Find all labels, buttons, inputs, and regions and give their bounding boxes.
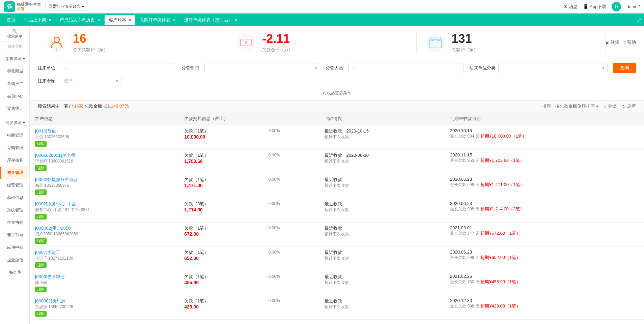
tab-goods-offline[interactable]: 商品上下架 × — [20, 15, 55, 25]
sidebar-item-retail-mgmt[interactable]: 零售管理 ▾ — [0, 53, 29, 65]
sidebar-item-basic-info[interactable]: 基础信息 — [0, 192, 29, 204]
customer-code-link[interactable]: [0016]吕俊 — [35, 128, 173, 134]
overdue-amount-link[interactable]: 超期¥1,471.00（1笔） — [480, 182, 524, 187]
sidebar-item-retail-stats[interactable]: 零售统计 — [0, 102, 29, 115]
customer-code-link[interactable]: [0003]畅捷服务尹海蓝 — [35, 177, 173, 183]
debt-count: 欠款（1笔） — [184, 128, 254, 134]
customer-code-link[interactable]: [000002]用户2050 — [35, 225, 173, 231]
video-btn[interactable]: ▶ 视频 — [606, 39, 619, 46]
tab-purchase-summary[interactable]: 采购订单统计表 × — [136, 15, 179, 25]
user-name[interactable]: demo2 — [626, 4, 640, 9]
sidebar-item-enterprise[interactable]: 企业协同 — [0, 216, 29, 229]
table-row: [0001020001]李老师 李老师 18600391516 现销 欠款（1笔… — [30, 150, 644, 174]
person-label: 分管人员 — [326, 65, 346, 71]
overdue-amount-link[interactable]: 超期¥429.00（1笔） — [480, 303, 521, 308]
overdue-amount-link[interactable]: 超期¥10,000.00（1笔） — [480, 134, 527, 139]
sidebar-search-label: 搜索菜单 — [2, 34, 27, 39]
user-avatar[interactable]: D — [612, 2, 621, 11]
table-row: [0016]吕俊 吕俊 13026203696 现销 欠款（1笔） 10,000… — [30, 125, 644, 150]
customer-code-link[interactable]: [0006]去下粮仓 — [35, 274, 173, 280]
sidebar-item-batch-mgmt[interactable]: 批发管理 ▾ — [0, 117, 29, 129]
customer-code-link[interactable]: [0007]小进千 — [35, 249, 173, 256]
tab-home[interactable]: 首页 — [3, 15, 20, 25]
tab-goods-close[interactable]: × — [49, 18, 51, 22]
cell-customer-info: [000002]用户2050 用户2050 18665062050 现销 — [30, 223, 179, 247]
overdue-days: 最长欠款 747 天 超期¥672.00（1笔） — [450, 230, 639, 236]
sidebar-item-wechat[interactable]: 企业微信 — [0, 254, 29, 266]
debt-count: 欠款（1笔） — [184, 298, 254, 304]
tab-customer-account[interactable]: 客户账本 × — [105, 15, 135, 25]
overdue-amount-link[interactable]: 超期¥672.00（1笔） — [480, 231, 521, 236]
sort-select[interactable]: 排序：按欠款金额倒序排序 ▾ — [542, 103, 598, 109]
tab-product-close[interactable]: × — [97, 18, 100, 22]
refresh-btn[interactable]: ↻ 刷新 — [622, 103, 636, 109]
next-collect: 预计下次收款 — [325, 207, 440, 213]
sidebar-search[interactable]: 🔍 搜索菜单 — [0, 26, 29, 42]
sidebar-item-ops[interactable]: 经营管理 — [0, 179, 29, 192]
overdue-amount-link[interactable]: 超期¥652.00（1笔） — [480, 255, 521, 260]
export-btn[interactable]: ○ 导出 — [604, 103, 617, 109]
tab-customer-close[interactable]: × — [129, 18, 131, 22]
balance-input[interactable]: 选择... ▾ — [61, 76, 121, 86]
customer-code-link[interactable]: [0001020001]李老师 — [35, 152, 173, 158]
due-date: 2020.06.23 — [450, 201, 639, 206]
cell-debt-percent: 0.00% — [259, 150, 319, 174]
message-btn[interactable]: ✉ 消息 — [564, 4, 578, 10]
debt-customers-value: 16 — [73, 32, 108, 46]
query-button[interactable]: 查询 — [613, 63, 636, 73]
customer-code-link[interactable]: [000001]黄思源 — [35, 298, 173, 304]
collapse-button[interactable]: ⋀ 收起更多条件 — [38, 89, 636, 97]
next-collect: 预计下次收款 — [325, 134, 440, 140]
sidebar-item-guide[interactable]: 新手引导 — [0, 229, 29, 241]
customer-code-link[interactable]: [0002]服务中心_丁磊 — [35, 201, 173, 207]
tab-import-stats[interactable]: 进货单统计表（按商品） × — [180, 15, 241, 25]
customer-phone: 李老师 18600391516 — [35, 158, 173, 164]
overdue-amount-link[interactable]: 超期¥1,214.00（3笔） — [480, 206, 524, 211]
dept-input[interactable]: ▾ — [204, 63, 320, 73]
filter-dept: 分管部门 ▾ — [181, 63, 320, 73]
tab-minimize-icon[interactable]: — — [629, 17, 634, 23]
cell-debt-percent: 0.00% — [259, 223, 319, 247]
cell-debt-info: 欠款（1笔） 672.00 — [179, 223, 259, 247]
sidebar-item-system[interactable]: 系统管理 — [0, 204, 29, 216]
debt-amount: 1,703.68 — [184, 158, 254, 164]
debt-amount: 429.00 — [184, 304, 254, 310]
table-header-row: 客户信息 欠款交易信息（占比） 回款情况 到期未收款日期 — [30, 112, 644, 125]
cell-customer-info: [0007]小进千 小进千 18279152100 现销 — [30, 247, 179, 271]
tab-product-history[interactable]: 产成品入库单历史 × — [56, 15, 104, 25]
sort-chevron-icon: ▾ — [596, 104, 598, 109]
sidebar-item-retail-mall[interactable]: 零售商城 — [0, 65, 29, 78]
from-unit-input[interactable]: ··· — [61, 63, 176, 73]
sidebar-item-finance[interactable]: 资金管理 — [0, 167, 29, 179]
recent-collect-label: 最近收款 — [325, 249, 440, 256]
next-collect: 预计下次收款 — [325, 183, 440, 188]
filter-person: 分管人员 ··· — [326, 63, 464, 73]
debt-customers-icon: ¥ — [46, 32, 67, 53]
tab-purchase-close[interactable]: × — [173, 18, 175, 22]
recent-collect-label: 最近收款 2020-10-15 — [325, 128, 440, 134]
tab-import-close[interactable]: × — [235, 18, 237, 22]
stat-total-customers: 131 总客户（家） — [417, 32, 606, 53]
sidebar-item-inventory[interactable]: 库存核算 — [0, 154, 29, 167]
person-input[interactable]: ··· — [348, 63, 464, 73]
sidebar-item-purchase[interactable]: 采购管理 — [0, 142, 29, 154]
debt-amount-value: -2.11 — [262, 32, 293, 46]
filter-row-2: 往来余额 选择... ▾ — [38, 76, 636, 86]
sidebar-item-member[interactable]: 会员中心 — [0, 90, 29, 102]
cell-customer-info: [0016]吕俊 吕俊 13026203696 现销 — [30, 125, 179, 150]
overdue-amount-link[interactable]: 超期¥1,703.68（1笔） — [480, 158, 524, 163]
company-select[interactable]: 母婴行业演示账套 ▾ — [45, 3, 87, 10]
cell-repayment: 最近收款 预计下次收款 — [319, 223, 445, 247]
sidebar-item-ecommerce[interactable]: 电商管理 — [0, 129, 29, 142]
sidebar-item-app-center[interactable]: 应用中心 — [0, 241, 29, 254]
sidebar-item-super-member[interactable]: 畅会员 — [0, 266, 29, 279]
unit-type-input[interactable]: ▾ — [498, 63, 608, 73]
help-btn[interactable]: ? 帮助 — [623, 39, 636, 46]
next-collect: 预计下次收款 — [325, 231, 440, 237]
unit-type-chevron-icon: ▾ — [602, 66, 605, 71]
overdue-amount-link[interactable]: 超期¥455.90（1笔） — [480, 279, 521, 284]
app-download-btn[interactable]: 📱 App下载 — [583, 4, 606, 10]
sidebar-item-marketing[interactable]: 营销推广 — [0, 78, 29, 90]
tab-expand-icon[interactable]: ⤢ — [637, 17, 641, 23]
due-date: 2020.11.15 — [450, 152, 639, 157]
